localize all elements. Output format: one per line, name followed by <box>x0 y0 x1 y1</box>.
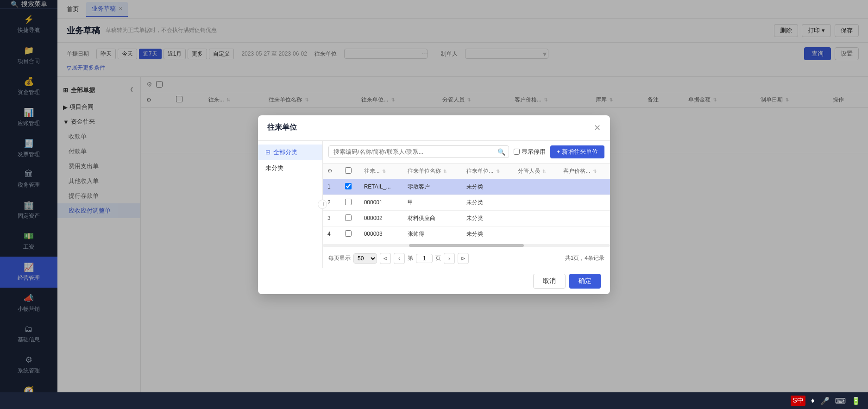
grid-icon-2: ⊞ <box>265 149 270 156</box>
taskbar-icon-mic[interactable]: 🎤 <box>820 396 830 405</box>
row3-settings: 3 <box>323 210 340 226</box>
row2-name: 甲 <box>403 195 462 210</box>
dialog-table-header-row: ⚙ 往来... ⇅ 往来单位名称 ⇅ 往来单位... ⇅ 分管人员 ⇅ 客户价格… <box>323 164 610 179</box>
dialog-title: 往来单位 <box>267 123 297 132</box>
dialog-col-name: 往来单位名称 ⇅ <box>403 164 462 179</box>
row3-manager <box>513 210 559 226</box>
dialog-scrollbar[interactable] <box>323 244 610 247</box>
show-disabled-label[interactable]: 显示停用 <box>514 148 546 156</box>
taskbar-icon-zhong[interactable]: S中 <box>791 396 805 406</box>
left-panel-collapse-button[interactable]: 《 <box>318 200 327 209</box>
dialog-gear-icon[interactable]: ⚙ <box>327 168 333 174</box>
search-wrap: 🔍 <box>328 145 509 158</box>
dialog-col-type: 往来单位... ⇅ <box>462 164 513 179</box>
page-first-button[interactable]: ⊲ <box>380 253 391 264</box>
row1-name: 零散客户 <box>403 179 462 195</box>
per-page-label: 每页显示 <box>328 254 351 262</box>
page-input[interactable] <box>416 254 433 263</box>
dialog-search-bar: 🔍 显示停用 + 新增往来单位 <box>323 141 610 164</box>
dialog-table: ⚙ 往来... ⇅ 往来单位名称 ⇅ 往来单位... ⇅ 分管人员 ⇅ 客户价格… <box>323 164 610 242</box>
dialog-header: 往来单位 ✕ <box>258 115 610 141</box>
dialog-col-price: 客户价格... ⇅ <box>559 164 610 179</box>
dialog-left-panel: ⊞ 全部分类 未分类 《 <box>258 141 323 268</box>
row3-name: 材料供应商 <box>403 210 462 226</box>
row2-price <box>559 195 610 210</box>
dialog-right-panel: 🔍 显示停用 + 新增往来单位 ⚙ <box>323 141 610 268</box>
dialog-table-wrap: ⚙ 往来... ⇅ 往来单位名称 ⇅ 往来单位... ⇅ 分管人员 ⇅ 客户价格… <box>323 164 610 242</box>
row1-type: 未分类 <box>462 179 513 195</box>
dialog-left-item-unclassified[interactable]: 未分类 <box>258 160 322 176</box>
cancel-button[interactable]: 取消 <box>533 274 566 289</box>
row4-checkbox[interactable] <box>340 226 359 242</box>
row4-settings: 4 <box>323 226 340 242</box>
page-prev-button[interactable]: ‹ <box>394 253 405 264</box>
modal-overlay[interactable]: 往来单位 ✕ ⊞ 全部分类 未分类 《 <box>0 0 868 409</box>
partner-search-input[interactable] <box>328 145 509 158</box>
dialog-pagination: 每页显示 50 100 ⊲ ‹ 第 页 › ⊳ 共1页，4条记录 <box>323 249 610 268</box>
row3-price <box>559 210 610 226</box>
taskbar-icon-keyboard[interactable]: ⌨ <box>835 396 846 405</box>
page-total: 共1页，4条记录 <box>565 254 604 262</box>
row3-code: 000002 <box>359 210 403 226</box>
dialog-left-label-unclassified: 未分类 <box>265 164 283 172</box>
row3-checkbox[interactable] <box>340 210 359 226</box>
taskbar-icon-diamond[interactable]: ♦ <box>811 396 815 405</box>
confirm-button[interactable]: 确定 <box>569 274 601 289</box>
page-unit: 页 <box>435 254 441 262</box>
row4-type: 未分类 <box>462 226 513 242</box>
row2-manager <box>513 195 559 210</box>
dialog-left-item-all[interactable]: ⊞ 全部分类 <box>258 145 322 160</box>
row3-type: 未分类 <box>462 210 513 226</box>
page-next-button[interactable]: › <box>444 253 455 264</box>
page-label: 第 <box>408 254 413 262</box>
row4-price <box>559 226 610 242</box>
per-page-select[interactable]: 50 100 <box>353 253 377 264</box>
row4-manager <box>513 226 559 242</box>
row1-checkbox[interactable] <box>340 179 359 195</box>
show-disabled-checkbox[interactable] <box>514 149 520 155</box>
dialog-table-row[interactable]: 4 000003 张帅得 未分类 <box>323 226 610 242</box>
dialog-left-label-all: 全部分类 <box>273 148 297 157</box>
row4-name: 张帅得 <box>403 226 462 242</box>
dialog-col-code: 往来... ⇅ <box>359 164 403 179</box>
search-magnifier-icon: 🔍 <box>497 148 505 156</box>
page-last-button[interactable]: ⊳ <box>458 253 469 264</box>
dialog-col-checkbox <box>340 164 359 179</box>
row2-type: 未分类 <box>462 195 513 210</box>
dialog-body: ⊞ 全部分类 未分类 《 🔍 <box>258 141 610 268</box>
show-disabled-text: 显示停用 <box>522 148 546 156</box>
add-partner-button[interactable]: + 新增往来单位 <box>550 145 604 158</box>
dialog-footer: 取消 确定 <box>258 268 610 294</box>
dialog-table-row[interactable]: 1 RETAIL_... 零散客户 未分类 <box>323 179 610 195</box>
row2-checkbox[interactable] <box>340 195 359 210</box>
row2-code: 000001 <box>359 195 403 210</box>
row4-code: 000003 <box>359 226 403 242</box>
row1-price <box>559 179 610 195</box>
scrollbar-thumb <box>409 244 524 247</box>
taskbar-icon-battery[interactable]: 🔋 <box>851 396 861 405</box>
taskbar: S中 ♦ 🎤 ⌨ 🔋 <box>0 392 868 409</box>
dialog-table-row[interactable]: 3 000002 材料供应商 未分类 <box>323 210 610 226</box>
dialog-close-button[interactable]: ✕ <box>594 123 601 133</box>
row1-settings: 1 <box>323 179 340 195</box>
dialog-table-row[interactable]: 2 000001 甲 未分类 <box>323 195 610 210</box>
dialog-col-settings: ⚙ <box>323 164 340 179</box>
dialog-col-manager: 分管人员 ⇅ <box>513 164 559 179</box>
dialog-select-all[interactable] <box>345 167 352 174</box>
row1-code: RETAIL_... <box>359 179 403 195</box>
row1-manager <box>513 179 559 195</box>
partner-dialog: 往来单位 ✕ ⊞ 全部分类 未分类 《 <box>258 115 610 294</box>
